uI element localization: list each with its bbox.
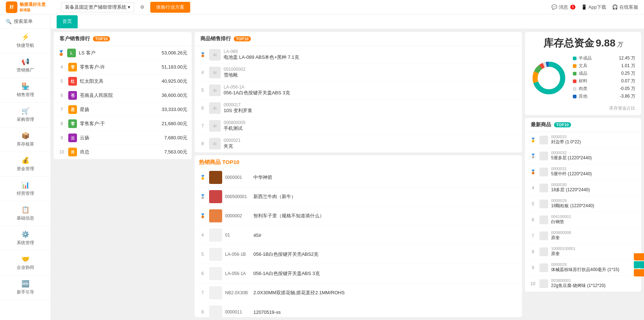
legend-item-2: 成品 0.25 万 — [573, 70, 635, 77]
sidebar-item-operation[interactable]: 📊 经营管理 — [0, 177, 50, 201]
right-panel: 库存总资金 9.88 万 — [525, 32, 641, 317]
product-rank-item-8[interactable]: 8 Ai 0000021 夹克 — [195, 135, 522, 152]
medal-3-icon: 🥉 — [58, 50, 64, 56]
new-product-1[interactable]: 🥇 0000033 封边带 (1.0*22) — [525, 132, 641, 148]
product-rank-item-6[interactable]: 6 Ai 0000017 10S 变利罗浆 — [195, 99, 522, 117]
finance-icon: 💰 — [21, 156, 29, 164]
customer-rank-badge: TOP10 — [93, 36, 110, 41]
new-thumb-3 — [539, 168, 548, 176]
hot-thumb-1 — [209, 171, 222, 184]
float-direct-button[interactable]: 直播 — [634, 269, 644, 276]
product-info-6: 0000017 10S 变利罗浆 — [224, 102, 518, 114]
new-product-8[interactable]: 8 10000100001 原奎 — [525, 244, 641, 260]
new-thumb-8 — [539, 247, 548, 256]
hot-product-4[interactable]: 4 01 45# — [195, 226, 522, 245]
hot-product-1[interactable]: 🥇 0000001 中华神箭 — [195, 168, 522, 187]
customer-rank-item-10[interactable]: 10 肖 肖总 7,563.00元 — [54, 145, 192, 159]
new-thumb-10 — [539, 279, 548, 288]
customer-avatar-7: 星 — [68, 105, 77, 114]
hot-product-8[interactable]: 8 0000011 12070519-xs — [195, 303, 522, 317]
new-product-2[interactable]: 🥈 0000032 5厘多层 (1220*2440) — [525, 148, 641, 164]
customer-rank-item-6[interactable]: 6 苍 苍南县人民医院 36,600.00元 — [54, 89, 192, 103]
main-content: 客户销售排行 TOP10 🥉 L LS 客户 53,006.26元 4 零 — [51, 29, 644, 320]
product-info-8: 0000021 夹克 — [224, 138, 518, 149]
customer-rank-item-7[interactable]: 7 星 星扬 33,333.00元 — [54, 103, 192, 117]
product-rank-list: 🥉 Ai LA-089 电池盖 LA-089 ABS本色+黑种 7.1克 4 A… — [195, 46, 522, 152]
search-icon: 🔍 — [6, 19, 12, 24]
legend-dot-1 — [573, 64, 576, 68]
new-thumb-5 — [539, 200, 548, 208]
trial-button[interactable]: 体验行业方案 — [150, 2, 190, 13]
product-rank-item-7[interactable]: 7 Ai 000800005 手机测试 — [195, 117, 522, 135]
product-info-3: LA-089 电池盖 LA-089 ABS本色+黑种 7.1克 — [224, 49, 518, 61]
legend-item-0: 半成品 12.45 万 — [573, 55, 635, 61]
product-thumb-6: Ai — [209, 102, 221, 114]
search-menu-button[interactable]: 🔍 搜索菜单 — [0, 15, 50, 29]
online-service-button[interactable]: 🎧 在线客服 — [612, 4, 638, 11]
new-thumb-4 — [539, 184, 548, 192]
new-info-5: 0000029 18颗粒板 (1220*2440) — [551, 198, 637, 209]
hot-products-header: 热销商品 TOP10 — [195, 155, 522, 168]
message-button[interactable]: 💬 消息 6 — [551, 4, 575, 11]
product-rank-item-4[interactable]: 4 Ai 001000002 雪地靴 — [195, 64, 522, 82]
hot-thumb-3 — [209, 209, 222, 222]
float-community-button[interactable]: 服务社区 — [634, 261, 644, 268]
float-buttons: 客服热线 服务社区 直播 — [634, 253, 644, 276]
sidebar-item-marketing[interactable]: 📢 营销推广 — [0, 53, 50, 78]
legend-dot-5 — [573, 95, 576, 98]
new-thumb-6 — [539, 216, 548, 224]
system-icon: ⚙️ — [21, 230, 29, 238]
tab-home[interactable]: 首页 — [57, 15, 78, 28]
new-product-6[interactable]: 6 004100001 白钢垫 — [525, 212, 641, 228]
logo-icon: 好 — [6, 1, 17, 13]
sidebar-item-inventory[interactable]: 📦 库存核算 — [0, 127, 50, 152]
hot-product-2[interactable]: 🥈 000500001 新西兰牛肉（新牛） — [195, 187, 522, 206]
collab-icon: 🤝 — [21, 255, 29, 263]
logo-text: 畅捷通好生意 标准版 — [20, 2, 46, 12]
customer-rank-item-9[interactable]: 9 云 云扬 7,680.00元 — [54, 131, 192, 145]
legend-list: 半成品 12.45 万 文具 1.01 万 成品 0 — [573, 55, 635, 101]
float-service-button[interactable]: 客服热线 — [634, 253, 644, 260]
sidebar-item-finance[interactable]: 💰 资金管理 — [0, 152, 50, 177]
sidebar-item-purchase[interactable]: 🛒 采购管理 — [0, 103, 50, 127]
product-rank-item-3[interactable]: 🥉 Ai LA-089 电池盖 LA-089 ABS本色+黑种 7.1克 — [195, 46, 522, 64]
sidebar-item-quick-nav[interactable]: ⚡ 快捷导航 — [0, 29, 50, 53]
customer-avatar-5: 红 — [68, 77, 77, 86]
new-product-7[interactable]: 7 000800008 原奎 — [525, 228, 641, 244]
hot-product-6[interactable]: 6 LA-056-1A 056-1A白色按键开关盖ABS 3克 — [195, 264, 522, 283]
new-product-4[interactable]: 4 0000030 18多层 (1220*2440) — [525, 180, 641, 196]
sidebar-item-system[interactable]: ⚙️ 系统管理 — [0, 226, 50, 251]
quick-nav-icon: ⚡ — [21, 33, 29, 41]
system-selector[interactable]: 装备及固定资产辅助管理系统 ▾ — [61, 2, 134, 12]
chevron-down-icon: ▾ — [128, 4, 130, 10]
customer-rank-item-8[interactable]: 8 零 零售客户-于 21,680.00元 — [54, 117, 192, 131]
new-product-3[interactable]: 🥉 0000031 5厘中纤 (1220*2440) — [525, 164, 641, 180]
sidebar-item-sales[interactable]: 🏪 销售管理 — [0, 78, 50, 103]
new-products-header: 最新商品 TOP10 — [525, 118, 641, 132]
new-info-1: 0000033 封边带 (1.0*22) — [551, 135, 637, 145]
hot-product-5[interactable]: 5 LA-056-1B 056-1B白色按键开关壳ABS2克 — [195, 245, 522, 264]
app-download-button[interactable]: 📱 App下载 — [581, 4, 606, 11]
hot-thumb-5 — [209, 248, 222, 261]
hot-product-7[interactable]: 7 NB2.0X30B 2.0X30MM双搓花轴,搓花直径2.1MM/ROHS — [195, 283, 522, 303]
product-info-4: 001000002 雪地靴 — [224, 67, 518, 78]
product-thumb-8: Ai — [209, 138, 221, 149]
customer-rank-item-5[interactable]: 5 红 红太阳文具 40,925.00元 — [54, 74, 192, 89]
sidebar-item-basic[interactable]: 📋 基础信息 — [0, 201, 50, 226]
settings-button[interactable]: ⚙ — [137, 2, 147, 12]
product-rank-header: 商品销售排行 TOP10 — [195, 32, 522, 46]
hot-product-3[interactable]: 🥉 0000002 智利车子里（规格不知道填什么） — [195, 206, 522, 226]
hot-thumb-4 — [209, 229, 222, 242]
new-thumb-9 — [539, 263, 548, 272]
new-product-10[interactable]: 10 003800001 22g鱼豆腐-烧烤味 (1*12*20) — [525, 276, 641, 292]
product-rank-item-5[interactable]: 5 Ai LA-056-1A 056-1A白色按键开关盖ABS 3克 — [195, 82, 522, 99]
sidebar-item-collab[interactable]: 🤝 企业协同 — [0, 251, 50, 275]
inventory-chart-card: 库存总资金 9.88 万 — [525, 32, 641, 115]
main-layout: 🔍 搜索菜单 ⚡ 快捷导航 📢 营销推广 🏪 销售管理 🛒 采购管理 📦 库存核… — [0, 15, 644, 320]
new-product-9[interactable]: 9 0000028 体械荔枝味苏打饮品400毫升 (1*15) — [525, 260, 641, 276]
customer-rank-item-4[interactable]: 4 零 零售客户-许 51,183.00元 — [54, 60, 192, 74]
new-product-5[interactable]: 5 0000029 18颗粒板 (1220*2440) — [525, 196, 641, 212]
sidebar-item-guide[interactable]: 🆕 新手引导 — [0, 275, 50, 300]
product-rank-card: 商品销售排行 TOP10 🥉 Ai LA-089 电池盖 LA-089 ABS本… — [195, 32, 522, 152]
customer-rank-item-1[interactable]: 🥉 L LS 客户 53,006.26元 — [54, 46, 192, 60]
